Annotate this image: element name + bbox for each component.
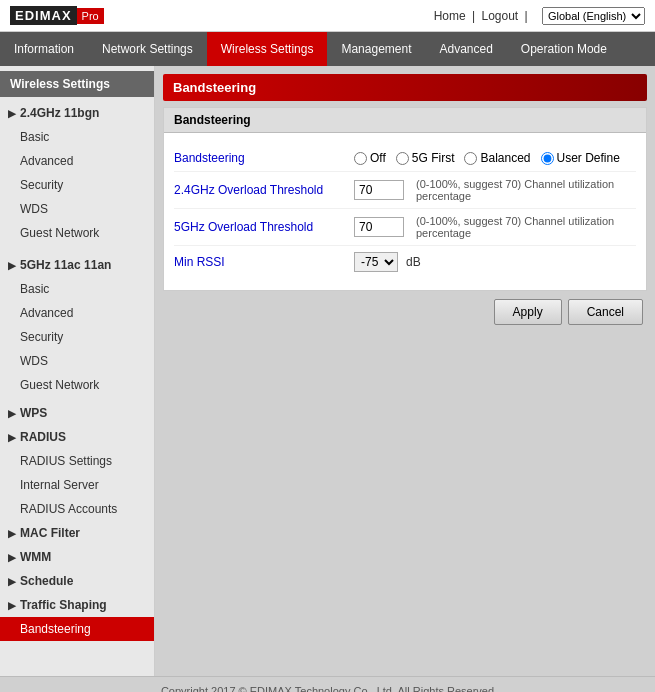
- sidebar-item-bandsteering[interactable]: Bandsteering: [0, 617, 154, 641]
- logo-edimax: EDIMAX: [10, 6, 77, 25]
- sidebar-group-wmm[interactable]: ▶ WMM: [0, 545, 154, 569]
- sidebar-item-5ghz-advanced[interactable]: Advanced: [0, 301, 154, 325]
- sidebar-title: Wireless Settings: [0, 71, 154, 97]
- threshold-24ghz-input[interactable]: [354, 180, 404, 200]
- content-body: Bandsteering Off 5G First Balanced Use: [164, 133, 646, 290]
- sidebar-item-5ghz-guest-network[interactable]: Guest Network: [0, 373, 154, 397]
- radio-off[interactable]: Off: [354, 151, 386, 165]
- main-content: Bandsteering Bandsteering Bandsteering O…: [155, 66, 655, 676]
- threshold-5ghz-row: 5GHz Overload Threshold (0-100%, suggest…: [174, 209, 636, 246]
- logo: EDIMAXPro: [10, 6, 104, 25]
- cancel-button[interactable]: Cancel: [568, 299, 643, 325]
- threshold-5ghz-control: (0-100%, suggest 70) Channel utilization…: [354, 215, 636, 239]
- threshold-24ghz-label: 2.4GHz Overload Threshold: [174, 183, 354, 197]
- radio-5gfirst-input[interactable]: [396, 152, 409, 165]
- sidebar-item-wps-label: WPS: [20, 406, 47, 420]
- threshold-24ghz-hint: (0-100%, suggest 70) Channel utilization…: [416, 178, 636, 202]
- bandsteering-control: Off 5G First Balanced User Define: [354, 151, 636, 165]
- sidebar-group-radius[interactable]: ▶ RADIUS: [0, 425, 154, 449]
- radio-balanced[interactable]: Balanced: [464, 151, 530, 165]
- sidebar-group-mac-filter[interactable]: ▶ MAC Filter: [0, 521, 154, 545]
- footer-text: Copyright 2017 © EDIMAX Technology Co., …: [161, 685, 494, 692]
- nav-management[interactable]: Management: [327, 32, 425, 66]
- sidebar-group-5ghz[interactable]: ▶ 5GHz 11ac 11an: [0, 253, 154, 277]
- threshold-5ghz-hint: (0-100%, suggest 70) Channel utilization…: [416, 215, 636, 239]
- sidebar-group-24ghz[interactable]: ▶ 2.4GHz 11bgn: [0, 101, 154, 125]
- sidebar-section-5ghz: ▶ 5GHz 11ac 11an Basic Advanced Security…: [0, 249, 154, 401]
- min-rssi-unit: dB: [406, 255, 421, 269]
- arrow-icon-wps: ▶: [8, 408, 16, 419]
- sidebar-item-radius-settings[interactable]: RADIUS Settings: [0, 449, 154, 473]
- home-link[interactable]: Home: [434, 9, 466, 23]
- content-box: Bandsteering Bandsteering Off 5G First B…: [163, 107, 647, 291]
- content-box-header: Bandsteering: [164, 108, 646, 133]
- threshold-5ghz-input[interactable]: [354, 217, 404, 237]
- radio-5g-first[interactable]: 5G First: [396, 151, 455, 165]
- sidebar-item-internal-server[interactable]: Internal Server: [0, 473, 154, 497]
- sidebar-item-radius-label: RADIUS: [20, 430, 66, 444]
- logo-pro: Pro: [77, 8, 104, 24]
- sidebar-item-24ghz-guest-network[interactable]: Guest Network: [0, 221, 154, 245]
- logout-link[interactable]: Logout: [482, 9, 519, 23]
- bandsteering-row: Bandsteering Off 5G First Balanced Use: [174, 145, 636, 172]
- bandsteering-label: Bandsteering: [174, 151, 354, 165]
- min-rssi-label: Min RSSI: [174, 255, 354, 269]
- sidebar-item-wmm-label: WMM: [20, 550, 51, 564]
- header: EDIMAXPro Home | Logout | Global (Englis…: [0, 0, 655, 32]
- nav-network-settings[interactable]: Network Settings: [88, 32, 207, 66]
- layout: Wireless Settings ▶ 2.4GHz 11bgn Basic A…: [0, 66, 655, 676]
- arrow-icon-schedule: ▶: [8, 576, 16, 587]
- sidebar-item-5ghz-wds[interactable]: WDS: [0, 349, 154, 373]
- threshold-24ghz-row: 2.4GHz Overload Threshold (0-100%, sugge…: [174, 172, 636, 209]
- apply-button[interactable]: Apply: [494, 299, 562, 325]
- radio-user-define[interactable]: User Define: [541, 151, 620, 165]
- min-rssi-select[interactable]: -75 -80 -70 -65 -60: [354, 252, 398, 272]
- arrow-icon-wmm: ▶: [8, 552, 16, 563]
- sidebar-item-traffic-shaping-label: Traffic Shaping: [20, 598, 107, 612]
- arrow-icon-radius: ▶: [8, 432, 16, 443]
- main-nav: Information Network Settings Wireless Se…: [0, 32, 655, 66]
- sidebar-group-schedule[interactable]: ▶ Schedule: [0, 569, 154, 593]
- sidebar-item-mac-filter-label: MAC Filter: [20, 526, 80, 540]
- nav-information[interactable]: Information: [0, 32, 88, 66]
- arrow-icon-mac: ▶: [8, 528, 16, 539]
- radio-userdefine-input[interactable]: [541, 152, 554, 165]
- threshold-5ghz-label: 5GHz Overload Threshold: [174, 220, 354, 234]
- sidebar-item-5ghz-security[interactable]: Security: [0, 325, 154, 349]
- sidebar-section-24ghz: ▶ 2.4GHz 11bgn Basic Advanced Security W…: [0, 97, 154, 249]
- nav-wireless-settings[interactable]: Wireless Settings: [207, 32, 328, 66]
- sidebar-group-24ghz-label: 2.4GHz 11bgn: [20, 106, 99, 120]
- radio-off-input[interactable]: [354, 152, 367, 165]
- min-rssi-control: -75 -80 -70 -65 -60 dB: [354, 252, 636, 272]
- nav-advanced[interactable]: Advanced: [425, 32, 506, 66]
- sidebar-group-wps[interactable]: ▶ WPS: [0, 401, 154, 425]
- arrow-icon: ▶: [8, 108, 16, 119]
- sidebar-item-24ghz-basic[interactable]: Basic: [0, 125, 154, 149]
- sidebar-item-5ghz-basic[interactable]: Basic: [0, 277, 154, 301]
- threshold-24ghz-control: (0-100%, suggest 70) Channel utilization…: [354, 178, 636, 202]
- sidebar-item-24ghz-security[interactable]: Security: [0, 173, 154, 197]
- radio-balanced-input[interactable]: [464, 152, 477, 165]
- sidebar-group-traffic-shaping[interactable]: ▶ Traffic Shaping: [0, 593, 154, 617]
- header-links: Home | Logout | Global (English): [434, 7, 645, 25]
- sidebar-group-5ghz-label: 5GHz 11ac 11an: [20, 258, 111, 272]
- arrow-icon-traffic: ▶: [8, 600, 16, 611]
- arrow-icon-5ghz: ▶: [8, 260, 16, 271]
- language-select[interactable]: Global (English): [542, 7, 645, 25]
- sidebar-item-24ghz-wds[interactable]: WDS: [0, 197, 154, 221]
- page-title: Bandsteering: [163, 74, 647, 101]
- button-row: Apply Cancel: [163, 291, 647, 333]
- footer: Copyright 2017 © EDIMAX Technology Co., …: [0, 676, 655, 692]
- sidebar-item-24ghz-advanced[interactable]: Advanced: [0, 149, 154, 173]
- sidebar: Wireless Settings ▶ 2.4GHz 11bgn Basic A…: [0, 66, 155, 676]
- sidebar-item-schedule-label: Schedule: [20, 574, 73, 588]
- min-rssi-row: Min RSSI -75 -80 -70 -65 -60 dB: [174, 246, 636, 278]
- sidebar-item-radius-accounts[interactable]: RADIUS Accounts: [0, 497, 154, 521]
- nav-operation-mode[interactable]: Operation Mode: [507, 32, 621, 66]
